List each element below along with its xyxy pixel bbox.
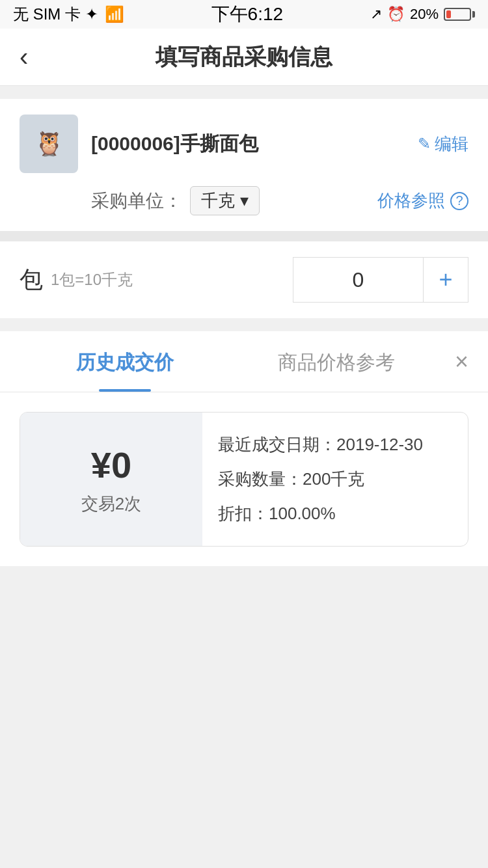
price-amount: ¥0 [91, 444, 131, 486]
edit-label: 编辑 [435, 133, 468, 156]
recent-date-label: 最近成交日期： [218, 435, 336, 454]
tab-active-indicator [99, 389, 151, 392]
status-bar: 无 SIM 卡 ✦ 📶 下午6:12 ↗ ⏰ 20% [0, 0, 488, 29]
price-summary: ¥0 交易2次 [20, 413, 202, 546]
alarm-icon: ⏰ [387, 6, 405, 23]
tabs-header: 历史成交价 商品价格参考 × [0, 331, 488, 392]
discount-value: 100.00% [269, 504, 336, 523]
discount-row: 折扣：100.00% [218, 501, 452, 526]
price-ref-label: 价格参照 [377, 189, 445, 212]
price-value: 0 [111, 444, 131, 485]
edit-icon: ✎ [418, 135, 431, 153]
page-title: 填写商品采购信息 [156, 42, 332, 72]
status-right: ↗ ⏰ 20% [370, 6, 475, 23]
quantity-row: 包 1包=10千克 0 + [0, 241, 488, 318]
logo-inner: 🦉 [26, 121, 72, 167]
product-card: 🦉 [0000006]手撕面包 ✎ 编辑 采购单位： 千克 ▾ 价格参照 ? [0, 99, 488, 231]
unit-label-group: 包 1包=10千克 [20, 264, 133, 296]
product-name: [0000006]手撕面包 [91, 131, 258, 157]
quantity-input[interactable]: 0 [293, 257, 423, 303]
tab-history-price-label: 历史成交价 [76, 351, 174, 373]
price-card: ¥0 交易2次 最近成交日期：2019-12-30 采购数量：200千克 折扣：… [20, 412, 468, 547]
tabs-panel: 历史成交价 商品价格参考 × ¥0 交易2次 最近成交日期：2019-12-30… [0, 331, 488, 566]
owl-icon: 🦉 [34, 130, 64, 157]
nav-bar: ‹ 填写商品采购信息 [0, 29, 488, 86]
tab-content: ¥0 交易2次 最近成交日期：2019-12-30 采购数量：200千克 折扣：… [0, 392, 488, 566]
tab-product-price[interactable]: 商品价格参考 [230, 331, 441, 392]
product-info: 🦉 [0000006]手撕面包 [20, 115, 258, 173]
purchase-qty-row: 采购数量：200千克 [218, 467, 452, 492]
dropdown-arrow-icon: ▾ [240, 191, 249, 211]
price-currency: ¥ [91, 444, 111, 485]
unit-label-text: 采购单位： [91, 189, 182, 213]
page-background [0, 566, 488, 868]
tabs-close-button[interactable]: × [442, 348, 468, 375]
recent-date-value: 2019-12-30 [336, 435, 423, 454]
price-details: 最近成交日期：2019-12-30 采购数量：200千克 折扣：100.00% [202, 413, 468, 546]
quantity-control: 0 + [293, 257, 468, 303]
purchase-qty-label: 采购数量： [218, 469, 303, 489]
unit-equiv: 1包=10千克 [51, 269, 133, 290]
status-time: 下午6:12 [211, 2, 284, 27]
unit-value: 千克 [201, 189, 235, 212]
discount-label: 折扣： [218, 504, 269, 523]
battery-percentage: 20% [410, 6, 439, 23]
plus-icon: + [439, 266, 452, 293]
quantity-plus-button[interactable]: + [423, 257, 468, 303]
unit-select[interactable]: 千克 ▾ [190, 186, 260, 215]
tab-product-price-label: 商品价格参考 [278, 351, 395, 373]
status-left: 无 SIM 卡 ✦ 📶 [13, 4, 124, 25]
price-tx-count: 交易2次 [81, 493, 141, 515]
back-button[interactable]: ‹ [20, 42, 41, 72]
price-ref-button[interactable]: 价格参照 ? [377, 189, 468, 212]
question-icon: ? [450, 192, 468, 210]
purchase-qty-value: 200千克 [303, 469, 364, 489]
unit-badge: 包 [20, 264, 43, 296]
edit-button[interactable]: ✎ 编辑 [418, 133, 468, 156]
unit-row: 采购单位： 千克 ▾ [91, 186, 260, 215]
tab-history-price[interactable]: 历史成交价 [20, 331, 230, 392]
product-logo: 🦉 [20, 115, 78, 173]
wifi-icon: 📶 [105, 5, 124, 23]
location-icon: ↗ [370, 6, 382, 23]
product-meta: 采购单位： 千克 ▾ 价格参照 ? [20, 186, 468, 215]
section-divider [0, 231, 488, 241]
quantity-value: 0 [353, 268, 364, 292]
battery-icon [444, 8, 475, 21]
sim-signal-text: 无 SIM 卡 ✦ [13, 4, 98, 25]
product-header: 🦉 [0000006]手撕面包 ✎ 编辑 [20, 115, 468, 173]
recent-date-row: 最近成交日期：2019-12-30 [218, 432, 452, 457]
